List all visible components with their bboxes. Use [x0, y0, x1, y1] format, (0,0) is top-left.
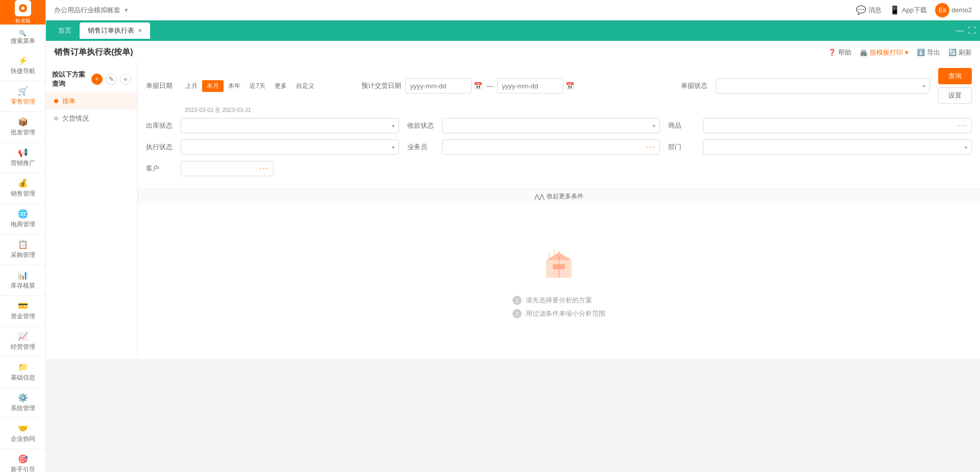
empty-svg: [538, 245, 579, 286]
product-dots-icon[interactable]: ···: [958, 121, 967, 130]
active-dot-icon: [54, 99, 58, 103]
doc-status-select[interactable]: ▾: [716, 78, 930, 93]
date-tab-this-year[interactable]: 本年: [224, 80, 245, 92]
scheme-item-by-order[interactable]: 按单: [46, 92, 137, 110]
sidebar-item-retail[interactable]: 🛒 零售管理: [0, 81, 46, 112]
receipt-status-group: 收款状态 ▾: [407, 118, 660, 133]
sidebar-item-label: 营销推广: [11, 159, 35, 168]
date-separator: —: [486, 82, 493, 90]
empty-hints: 1 请先选择要分析的方案 2 用过滤条件来缩小分析范围: [512, 296, 605, 318]
help-label: 帮助: [838, 48, 851, 57]
sidebar-item-ecommerce[interactable]: 🌐 电商管理: [0, 204, 46, 234]
settings-button[interactable]: 设置: [938, 87, 972, 104]
date-from-input[interactable]: [405, 78, 472, 93]
date-tab-custom[interactable]: 自定义: [291, 80, 319, 92]
add-scheme-button[interactable]: +: [91, 74, 103, 85]
salesperson-select[interactable]: ···: [442, 139, 660, 155]
scheme-item-shortage[interactable]: 欠货情况: [46, 110, 137, 127]
sidebar-item-inventory[interactable]: 📊 库存核算: [0, 265, 46, 296]
scheme-panel-actions: + ✎ «: [91, 74, 131, 85]
edit-scheme-button[interactable]: ✎: [106, 74, 117, 85]
sidebar-item-label: 电商管理: [11, 220, 35, 229]
dept-arrow-icon: ▾: [965, 145, 967, 150]
app-download-button[interactable]: 📱 App下载: [890, 5, 927, 15]
tab-home-label: 首页: [58, 26, 71, 35]
sidebar-item-operation[interactable]: 📈 经营管理: [0, 326, 46, 357]
sidebar-item-wholesale[interactable]: 📦 批发管理: [0, 112, 46, 143]
dept-group: 部门 ▾: [668, 139, 972, 155]
tab-collapse-icon[interactable]: —: [955, 26, 964, 35]
user-menu[interactable]: Ea demo2: [935, 3, 972, 17]
receipt-status-label: 收款状态: [407, 121, 438, 130]
customer-select[interactable]: ···: [181, 161, 274, 176]
query-button[interactable]: 查询: [938, 68, 972, 84]
date-range-text: 2023-03-01 至 2023-03-31: [183, 107, 251, 113]
customer-dots-icon[interactable]: ···: [259, 164, 269, 173]
collapse-button[interactable]: ⋀⋀ 收起更多条件: [138, 188, 980, 204]
salesperson-dots-icon[interactable]: ···: [646, 143, 655, 152]
sidebar-item-basic[interactable]: 📁 基础信息: [0, 357, 46, 388]
avatar-text: Ea: [939, 7, 946, 14]
date-range-from: 📅: [405, 78, 482, 93]
tab-home[interactable]: 首页: [50, 22, 80, 39]
sidebar-item-label: 采购管理: [11, 251, 35, 259]
help-icon: ❓: [828, 49, 836, 56]
quick-nav-icon: ⚡: [18, 56, 28, 65]
breadcrumb-arrow-icon[interactable]: ▾: [125, 6, 128, 14]
calendar-to-icon[interactable]: 📅: [566, 82, 574, 90]
tab-expand-icon[interactable]: ⛶: [968, 26, 976, 35]
sidebar-item-system[interactable]: ⚙️ 系统管理: [0, 388, 46, 418]
tab-active[interactable]: 销售订单执行表 ×: [80, 22, 150, 39]
sidebar-item-finance[interactable]: 💳 资金管理: [0, 296, 46, 326]
sidebar-item-marketing[interactable]: 📢 营销推广: [0, 143, 46, 173]
date-tab-this-month[interactable]: 本月: [202, 80, 224, 92]
inactive-dot-icon: [54, 116, 58, 121]
breadcrumb: 办公用品行业模拟账套 ▾: [54, 6, 128, 15]
sidebar-item-quick-nav[interactable]: ⚡ 快捷导航: [0, 51, 46, 81]
dept-select[interactable]: ▾: [703, 139, 972, 155]
help-button[interactable]: ❓ 帮助: [828, 48, 851, 57]
receipt-arrow-icon: ▾: [653, 123, 655, 129]
date-tab-last-month[interactable]: 上月: [181, 80, 202, 92]
sidebar-item-label: 基础信息: [11, 373, 35, 382]
delivery-status-select[interactable]: ▾: [181, 118, 399, 133]
date-tab-more[interactable]: 更多: [270, 80, 291, 92]
sidebar-item-label: 零售管理: [11, 98, 35, 106]
logo-label: 标准版: [15, 17, 31, 25]
scheme-panel-header: 按以下方案查询 + ✎ «: [46, 66, 137, 92]
date-tab-7days[interactable]: 近7天: [245, 80, 270, 92]
sidebar-item-label: 系统管理: [11, 404, 35, 413]
filter-row-2: 出库状态 ▾ 收款状态 ▾: [146, 118, 972, 133]
newbie-icon: 🎯: [18, 454, 28, 464]
message-label: 消息: [868, 6, 881, 15]
sidebar-item-corp[interactable]: 🤝 企业协同: [0, 418, 46, 449]
delivery-status-label: 出库状态: [146, 121, 177, 130]
tab-close-icon[interactable]: ×: [138, 28, 142, 34]
product-select[interactable]: ···: [703, 118, 972, 133]
sidebar-item-newbie[interactable]: 🎯 新手引导: [0, 449, 46, 472]
sidebar-item-sales[interactable]: 💰 销售管理: [0, 173, 46, 204]
export-label: 导出: [927, 48, 940, 57]
sidebar-item-search[interactable]: 🔍 搜索菜单: [0, 25, 46, 51]
export-button[interactable]: ⬇️ 导出: [917, 48, 940, 57]
receipt-status-select[interactable]: ▾: [442, 118, 660, 133]
date-to-input[interactable]: [497, 78, 564, 93]
refresh-button[interactable]: 🔄 刷新: [948, 48, 972, 57]
sidebar-item-purchase[interactable]: 📋 采购管理: [0, 234, 46, 265]
salesperson-label: 业务员: [407, 143, 438, 152]
sidebar-item-label: 批发管理: [11, 128, 35, 137]
exec-status-select[interactable]: ▾: [181, 139, 399, 155]
username: demo2: [951, 6, 972, 14]
corp-icon: 🤝: [18, 423, 28, 433]
exec-arrow-icon: ▾: [392, 145, 395, 150]
calendar-from-icon[interactable]: 📅: [474, 82, 482, 90]
message-button[interactable]: 💬 消息: [856, 5, 881, 15]
page-header-actions: ❓ 帮助 🖨️ 按模板打印 ▾ ⬇️ 导出 🔄 刷新: [828, 48, 972, 57]
print-button[interactable]: 🖨️ 按模板打印 ▾: [860, 48, 909, 57]
doc-date-group: 单据日期 上月 本月 本年 近7天 更多 自定义: [146, 80, 353, 92]
date-range-display: 2023-03-01 至 2023-03-31: [146, 106, 972, 114]
sidebar-item-label: 销售管理: [11, 190, 35, 198]
collapse-scheme-button[interactable]: «: [120, 74, 131, 85]
sidebar-logo[interactable]: 标准版: [0, 0, 46, 25]
doc-status-label: 单据状态: [681, 81, 712, 90]
